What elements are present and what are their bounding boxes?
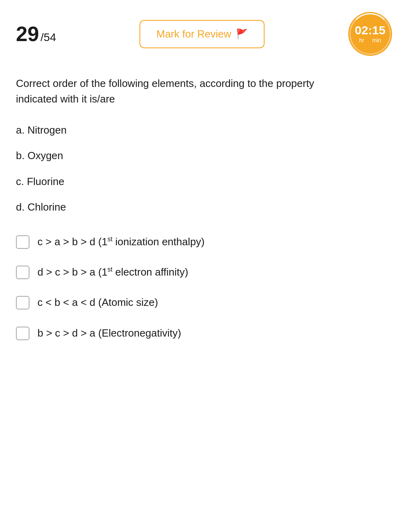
list-item: d. Chlorine [16, 200, 392, 214]
elements-list: a. Nitrogen b. Oxygen c. Fluorine d. Chl… [16, 123, 392, 215]
min-label: min [372, 37, 381, 43]
timer-display: 02:15 [355, 24, 386, 36]
question-number-container: 29 /54 [16, 22, 56, 46]
question-text: Correct order of the following elements,… [16, 76, 343, 107]
option-1[interactable]: c > a > b > d (1st ionization enthalpy) [16, 234, 392, 249]
option-3[interactable]: c < b < a < d (Atomic size) [16, 295, 392, 309]
list-item: b. Oxygen [16, 148, 392, 163]
list-item: a. Nitrogen [16, 123, 392, 137]
mark-review-label: Mark for Review [156, 28, 231, 40]
hr-label: hr [359, 37, 364, 43]
mark-for-review-button[interactable]: Mark for Review 🚩 [139, 20, 265, 48]
option-2-text: d > c > b > a (1st electron affinity) [37, 265, 188, 279]
option-1-text: c > a > b > d (1st ionization enthalpy) [37, 234, 204, 249]
checkbox-1[interactable] [16, 235, 29, 249]
option-2[interactable]: d > c > b > a (1st electron affinity) [16, 265, 392, 279]
options-list: c > a > b > d (1st ionization enthalpy) … [16, 234, 392, 341]
page-header: 29 /54 Mark for Review 🚩 02:15 hr min [16, 12, 392, 56]
question-number: 29 [16, 22, 39, 46]
timer-hours: 02 [355, 24, 368, 37]
timer-circle: 02:15 hr min [348, 12, 392, 56]
timer-minutes: 15 [372, 24, 385, 37]
checkbox-3[interactable] [16, 296, 29, 309]
option-4-text: b > c > d > a (Electronegativity) [37, 326, 181, 340]
question-total: /54 [41, 31, 56, 44]
checkbox-2[interactable] [16, 266, 29, 279]
timer-labels: hr min [359, 37, 381, 43]
list-item: c. Fluorine [16, 174, 392, 189]
checkbox-4[interactable] [16, 327, 29, 340]
option-3-text: c < b < a < d (Atomic size) [37, 295, 158, 309]
option-4[interactable]: b > c > d > a (Electronegativity) [16, 326, 392, 340]
flag-icon: 🚩 [236, 28, 248, 39]
